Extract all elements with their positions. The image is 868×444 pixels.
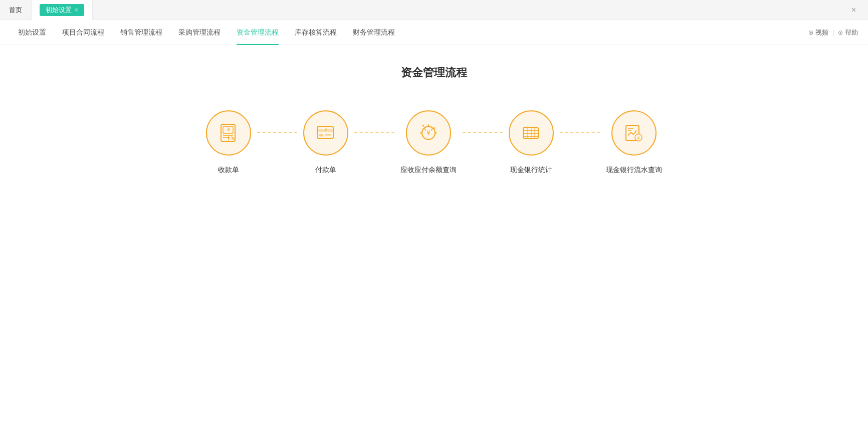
nav-item-sales-manage[interactable]: 销售管理流程 [112, 20, 170, 45]
nav-label-finance-manage: 财务管理流程 [353, 28, 395, 37]
video-link[interactable]: ⊙ 视频 [808, 28, 828, 37]
flow-label-balance: 应收应付余额查询 [400, 166, 457, 175]
tab-active-inner[interactable]: 初始设置 × [40, 4, 84, 16]
nav-label-purchase-manage: 采购管理流程 [178, 28, 221, 37]
flow-circle-payment: ¥ [303, 110, 348, 156]
flow-circle-bank-flow: ¥ [611, 110, 657, 156]
flow-item-receipt[interactable]: ¥ 收款单 [206, 110, 251, 175]
help-label: ⊙ 帮助 [838, 28, 858, 37]
home-label: 首页 [9, 6, 22, 15]
tab-active-area: 初始设置 × [32, 0, 93, 20]
nav-item-inventory[interactable]: 库存核算流程 [287, 20, 345, 45]
flow-label-payment: 付款单 [315, 166, 336, 175]
nav-label-sales-manage: 销售管理流程 [120, 28, 162, 37]
svg-text:¥: ¥ [324, 127, 327, 132]
bank-flow-icon: ¥ [622, 121, 645, 144]
flow-container: ¥ 收款单 ¥ [206, 110, 662, 175]
connector-4 [554, 132, 606, 143]
help-link[interactable]: ⊙ 帮助 [838, 28, 858, 37]
bank-stats-icon [520, 121, 543, 144]
window-close-icon[interactable]: × [847, 4, 860, 17]
close-tab-icon[interactable]: × [75, 7, 78, 14]
active-tab-label: 初始设置 [46, 6, 72, 15]
nav-item-project-contract[interactable]: 项目合同流程 [54, 20, 112, 45]
flow-circle-receipt: ¥ [206, 110, 251, 156]
nav-bar: 初始设置 项目合同流程 销售管理流程 采购管理流程 资金管理流程 库存核算流程 … [0, 20, 868, 45]
payment-icon: ¥ [314, 121, 337, 144]
receipt-icon: ¥ [217, 121, 240, 144]
connector-2 [348, 132, 400, 143]
balance-icon: ¥ [417, 121, 440, 144]
flow-label-bank-stats: 现金银行统计 [510, 166, 552, 175]
connector-1 [251, 132, 303, 143]
flow-item-payment[interactable]: ¥ 付款单 [303, 110, 348, 175]
nav-label-inventory: 库存核算流程 [295, 28, 337, 37]
flow-item-bank-stats[interactable]: 现金银行统计 [509, 110, 554, 175]
page-title: 资金管理流程 [401, 65, 467, 80]
svg-rect-8 [319, 134, 323, 136]
flow-label-receipt: 收款单 [218, 166, 239, 175]
flow-circle-balance: ¥ [406, 110, 451, 156]
dotted-line-1 [257, 132, 297, 133]
nav-label-fund-manage: 资金管理流程 [237, 28, 279, 37]
main-content: 资金管理流程 ¥ 收款单 [0, 45, 868, 195]
dotted-line-3 [463, 132, 503, 133]
nav-divider: | [832, 29, 834, 36]
dotted-line-2 [354, 132, 394, 133]
nav-item-finance-manage[interactable]: 财务管理流程 [345, 20, 403, 45]
flow-item-bank-flow[interactable]: ¥ 现金银行流水查询 [606, 110, 662, 175]
top-bar-right: × [847, 4, 868, 17]
nav-right: ⊙ 视频 | ⊙ 帮助 [808, 28, 858, 37]
nav-label-init-setup: 初始设置 [18, 28, 46, 37]
flow-circle-bank-stats [509, 110, 554, 156]
svg-text:¥: ¥ [636, 135, 640, 140]
nav-item-purchase-manage[interactable]: 采购管理流程 [170, 20, 229, 45]
nav-label-project-contract: 项目合同流程 [62, 28, 104, 37]
tab-home[interactable]: 首页 [0, 0, 32, 20]
video-label: ⊙ 视频 [808, 28, 828, 37]
svg-text:¥: ¥ [227, 127, 230, 132]
flow-label-bank-flow: 现金银行流水查询 [606, 166, 662, 175]
svg-text:¥: ¥ [426, 129, 430, 136]
dotted-line-4 [560, 132, 600, 133]
connector-3 [457, 132, 509, 143]
top-bar: 首页 初始设置 × × [0, 0, 868, 20]
flow-item-balance[interactable]: ¥ 应收应付余额查询 [400, 110, 457, 175]
nav-item-fund-manage[interactable]: 资金管理流程 [229, 20, 287, 45]
nav-item-init-setup[interactable]: 初始设置 [10, 20, 54, 45]
